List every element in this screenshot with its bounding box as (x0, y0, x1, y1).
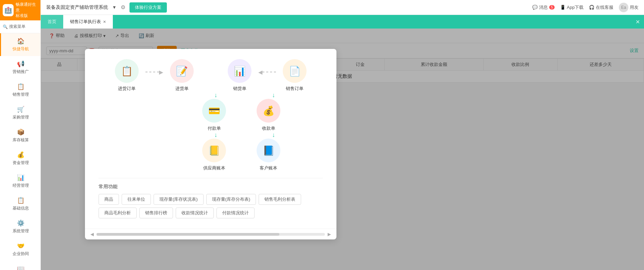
beginner-icon: 📖 (17, 265, 24, 270)
supplier-ledger-icon: 📒 (202, 139, 226, 162)
btn-stock-dist[interactable]: 现存量(库存分布表) (206, 194, 256, 205)
search-icon: 🔍 (3, 24, 8, 29)
supplier-ledger-label: 供应商账本 (203, 165, 225, 171)
sales-order-label: 销售订单 (286, 86, 303, 92)
btn-receipt-stats[interactable]: 收款情况统计 (176, 208, 214, 218)
inventory-icon: 📦 (17, 128, 24, 136)
chevron-down-icon: ▼ (112, 5, 117, 10)
scroll-thumb[interactable] (97, 233, 279, 236)
sidebar-item-inventory[interactable]: 📦 库存核算 (0, 124, 40, 147)
sales-bill-label: 销货单 (233, 86, 246, 92)
btn-partner[interactable]: 往来单位 (122, 194, 151, 205)
trial-button[interactable]: 体验行业方案 (129, 2, 167, 13)
btn-product-profit[interactable]: 商品毛利分析 (99, 208, 137, 218)
sidebar-item-finance[interactable]: 💰 资金管理 (0, 147, 40, 170)
modal-scrollbar: ◀ ▶ (85, 229, 336, 239)
purchase-icon: 🛒 (17, 106, 24, 113)
btn-stock-status[interactable]: 现存量(库存状况表) (154, 194, 204, 205)
btn-payment-stats[interactable]: 付款情况统计 (216, 208, 255, 218)
customer-ledger-icon: 📘 (257, 139, 280, 162)
tab-home[interactable]: 首页 (41, 15, 63, 29)
sidebar-nav: 🏠 快捷导航 📢 营销推广 📋 销售管理 🛒 采购管理 📦 库存核算 💰 (0, 33, 40, 270)
download-icon: 📱 (560, 5, 565, 10)
sidebar-item-operations[interactable]: 📊 经营管理 (0, 170, 40, 193)
topbar-dropdown[interactable]: ▼ (112, 5, 117, 10)
home-icon: 🏠 (17, 37, 24, 45)
flow-node-purchase-bill: 📝 进货单 (170, 59, 194, 92)
message-badge: 5 (549, 5, 555, 10)
basic-info-icon: 📋 (17, 197, 24, 204)
sidebar-item-collab[interactable]: 🤝 企业协同 (0, 238, 40, 261)
marketing-icon: 📢 (17, 60, 24, 68)
btn-sales-rank[interactable]: 销售排行榜 (139, 208, 173, 218)
page-body: ❓ 帮助 🖨 按模板打印 ▾ ↗ 导出 🔄 刷新 (41, 29, 644, 270)
sidebar-item-sales[interactable]: 📋 销售管理 (0, 79, 40, 102)
common-functions-title: 常用功能 (99, 184, 323, 190)
purchase-bill-icon: 📝 (170, 59, 194, 83)
sidebar-item-quick-nav[interactable]: 🏠 快捷导航 (0, 33, 40, 56)
flow-node-purchase-order: 📋 进货订单 (115, 59, 139, 92)
payment-label: 付款单 (208, 125, 221, 131)
flow-node-customer-ledger: 📘 客户账本 (257, 139, 280, 171)
flow-node-payment: 💳 付款单 (202, 99, 226, 131)
common-functions-section: 常用功能 商品 往来单位 现存量(库存状况表) 现存量(库存分布表) 销售毛利分… (99, 178, 323, 218)
receipt-icon: 💰 (257, 99, 280, 123)
sidebar-item-beginner[interactable]: 📖 新手引导 (0, 261, 40, 270)
app-download-button[interactable]: 📱 App下载 (560, 4, 584, 11)
purchase-order-label: 进货订单 (118, 86, 136, 92)
tabbar: 首页 销售订单执行表 ✕ ✕ (41, 15, 644, 29)
sidebar-item-basic-info[interactable]: 📋 基础信息 (0, 193, 40, 215)
topbar: 装备及固定资产辅助管理系统 ▼ ⚙ 体验行业方案 💬 消息 5 📱 App下载 … (41, 0, 644, 15)
sales-bill-icon: 📊 (228, 59, 251, 83)
finance-icon: 💰 (17, 151, 24, 159)
topbar-title: 装备及固定资产辅助管理系统 (46, 4, 108, 11)
sidebar-logo: 🏥 畅康通好生意 标准版 (0, 0, 40, 20)
search-menu[interactable]: 🔍 搜索菜单 (0, 20, 40, 33)
service-icon: 🎧 (589, 5, 594, 10)
settings-icon[interactable]: ⚙ (121, 4, 125, 11)
customer-ledger-label: 客户账本 (260, 165, 277, 171)
avatar: Ea (619, 3, 628, 12)
operations-icon: 📊 (17, 174, 24, 181)
sidebar: 🏥 畅康通好生意 标准版 🔍 搜索菜单 🏠 快捷导航 📢 营销推广 📋 销售管理 (0, 0, 41, 270)
close-all-tabs-button[interactable]: ✕ (636, 19, 640, 25)
receipt-label: 收款单 (262, 125, 275, 131)
message-button[interactable]: 💬 消息 5 (532, 4, 555, 11)
system-icon: ⚙️ (17, 219, 24, 227)
collab-icon: 🤝 (17, 242, 24, 250)
tab-close-button[interactable]: ✕ (103, 20, 106, 24)
sales-order-icon: 📄 (283, 59, 307, 83)
sidebar-item-purchase[interactable]: 🛒 采购管理 (0, 102, 40, 124)
sales-icon: 📋 (17, 83, 24, 90)
payment-icon: 💳 (202, 99, 226, 123)
logo-icon: 🏥 (3, 4, 14, 16)
message-icon: 💬 (532, 5, 538, 10)
scroll-track[interactable] (97, 233, 325, 236)
scroll-left-arrow[interactable]: ◀ (90, 232, 94, 237)
topbar-right: 💬 消息 5 📱 App下载 🎧 在线客服 Ea 用友 (532, 3, 639, 12)
flow-node-sales-bill: 📊 销货单 (228, 59, 251, 92)
sidebar-item-system[interactable]: ⚙️ 系统管理 (0, 215, 40, 238)
quick-guide-modal: 📋 进货订单 ▶ 📝 进货单 (85, 49, 336, 239)
btn-sales-profit[interactable]: 销售毛利分析表 (259, 194, 301, 205)
btn-product[interactable]: 商品 (99, 194, 119, 205)
tab-sales-order-exec[interactable]: 销售订单执行表 ✕ (63, 15, 113, 29)
modal-body: 📋 进货订单 ▶ 📝 进货单 (85, 49, 336, 229)
main-content: 装备及固定资产辅助管理系统 ▼ ⚙ 体验行业方案 💬 消息 5 📱 App下载 … (41, 0, 644, 270)
flow-node-sales-order: 📄 销售订单 (283, 59, 307, 92)
common-buttons-group: 商品 往来单位 现存量(库存状况表) 现存量(库存分布表) 销售毛利分析表 商品… (99, 194, 323, 218)
user-menu[interactable]: Ea 用友 (619, 3, 639, 12)
sidebar-item-marketing[interactable]: 📢 营销推广 (0, 56, 40, 79)
flow-node-supplier-ledger: 📒 供应商账本 (202, 139, 226, 171)
scroll-right-arrow[interactable]: ▶ (328, 232, 331, 237)
logo-text: 畅康通好生意 标准版 (16, 2, 38, 19)
purchase-order-icon: 📋 (115, 59, 139, 83)
purchase-bill-label: 进货单 (175, 86, 189, 92)
online-service-button[interactable]: 🎧 在线客服 (589, 4, 613, 11)
flow-node-receipt: 💰 收款单 (257, 99, 280, 131)
